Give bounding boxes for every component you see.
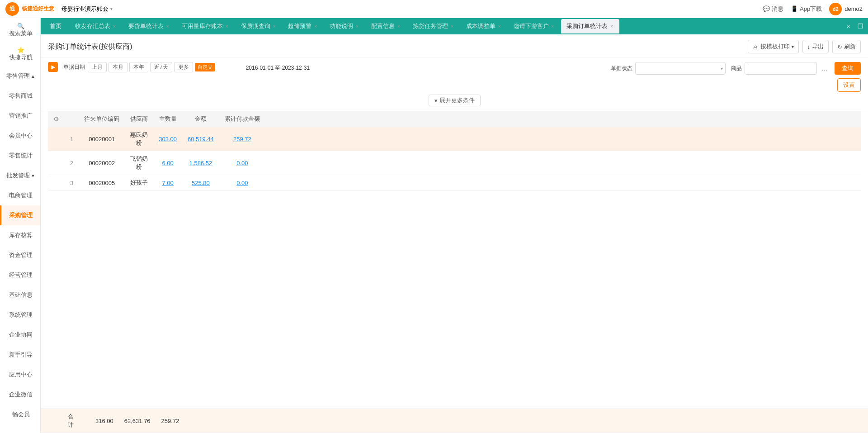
sidebar-item-finance-mgmt[interactable]: 资金管理 [0,245,40,265]
custom-date-badge[interactable]: 自定义 [195,63,215,71]
row-paid-amount[interactable]: 259.72 [219,127,265,151]
table-row[interactable]: 3 00020005 好孩子 7.00 525.80 0.00 [48,175,861,191]
row-paid-amount[interactable]: 0.00 [219,151,265,175]
tab-receive-pay[interactable]: 收发存汇总表 × [70,19,122,33]
expand-toggle-row: ▾ 展开更多条件 [48,95,861,106]
goods-input[interactable] [745,62,817,75]
sidebar-item-ecommerce-mgmt[interactable]: 电商管理 [0,186,40,205]
sidebar-item-new-guide[interactable]: 新手引导 [0,345,40,365]
table-header-row: ⚙ 往来单位编码 供应商 主数量 金额 累计付款金额 [48,111,861,127]
row-amount[interactable]: 525.80 [182,175,219,191]
export-button[interactable]: ↓ 导出 [802,40,829,53]
user-profile[interactable]: d2 demo2 [829,3,863,15]
tab-close-usable-inventory[interactable]: × [225,24,229,29]
row-paid-amount[interactable]: 0.00 [219,175,265,191]
goods-filter: 商品 ... [731,62,829,75]
table-row[interactable]: 2 00020002 飞鹤奶粉 6.00 1,586.52 0.00 [48,151,861,175]
logo-icon: 通 [5,2,19,16]
sidebar-item-member[interactable]: 畅会员 [0,404,40,424]
sidebar-item-retail-stats[interactable]: 零售统计 [0,146,40,166]
tab-close-purchase-order-stats[interactable]: × [609,24,614,29]
sidebar-item-basic-info[interactable]: 基础信息 [0,285,40,305]
expand-more-button[interactable]: ▾ 展开更多条件 [429,95,481,106]
tab-home[interactable]: 首页 [42,19,69,33]
tab-close-cost-adjust[interactable]: × [497,24,502,29]
row-main-qty[interactable]: 6.00 [153,151,182,175]
refresh-button[interactable]: ↻ 刷新 [832,40,861,53]
setting-button[interactable]: 设置 [837,78,861,92]
row-supplier-code: 00020002 [79,151,125,175]
app-download-button[interactable]: 📱 App下载 [791,5,822,13]
row-amount[interactable]: 60,519.44 [182,127,219,151]
filter-area: ▶ 单据日期 上月 本月 本年 近7天 更多 自定义 [41,57,868,111]
tab-close-invite-downstream[interactable]: × [551,24,555,29]
breadcrumb-arrow-icon: ▾ [110,6,113,11]
tab-cost-adjust[interactable]: 成本调整单 × [461,19,507,33]
query-button[interactable]: 查询 [835,62,861,75]
tab-warranty-query[interactable]: 保质期查询 × [236,19,282,33]
tab-invite-downstream[interactable]: 邀请下游客户 × [508,19,561,33]
col-row-num [65,111,79,127]
status-select[interactable] [635,62,726,75]
tab-pick-task[interactable]: 拣货任务管理 × [407,19,460,33]
search-icon: 🔍 [17,23,24,29]
tab-goods-stats[interactable]: 要货单统计表 × [123,19,175,33]
tab-close-config-info[interactable]: × [396,24,401,29]
date-buttons: 上月 本月 本年 近7天 更多 自定义 [88,62,215,72]
sidebar-item-operations-mgmt[interactable]: 经营管理 [0,265,40,285]
tab-window-controls: × ❐ [844,21,866,32]
sidebar-item-enterprise-wechat[interactable]: 企业微信 [0,385,40,404]
row-supplier-name: 惠氏奶粉 [125,127,153,151]
sidebar-item-inventory-audit[interactable]: 库存核算 [0,225,40,245]
page-header: 采购订单统计表(按供应商) 🖨 按模板打印 ▾ ↓ 导出 ↻ 刷新 [41,34,868,57]
tab-overstock-warning[interactable]: 超储预警 × [283,19,323,33]
sidebar-item-system-mgmt[interactable]: 系统管理 [0,305,40,325]
date-btn-more[interactable]: 更多 [174,62,193,72]
breadcrumb[interactable]: 母婴行业演示账套 ▾ [61,5,113,13]
sidebar-item-purchase-mgmt[interactable]: 采购管理 [0,205,40,225]
date-btn-last-month[interactable]: 上月 [88,62,107,72]
col-extra [265,111,861,127]
tab-close-function-desc[interactable]: × [355,24,359,29]
row-amount[interactable]: 1,586.52 [182,151,219,175]
goods-more-button[interactable]: ... [820,64,829,72]
date-btn-7days[interactable]: 近7天 [150,62,172,72]
sidebar-item-enterprise-collab[interactable]: 企业协同 [0,325,40,345]
date-btn-this-month[interactable]: 本月 [108,62,127,72]
filter-collapse-button[interactable]: ▶ [48,62,58,72]
sidebar-item-member-center[interactable]: 会员中心 [0,126,40,146]
topbar: 通 畅捷通好生意 母婴行业演示账套 ▾ 💬 消息 📱 App下载 d2 demo… [0,0,868,18]
date-label: 单据日期 [63,63,85,71]
table-row[interactable]: 1 00020001 惠氏奶粉 303.00 60,519.44 259.72 [48,127,861,151]
row-main-qty[interactable]: 7.00 [153,175,182,191]
row-main-qty[interactable]: 303.00 [153,127,182,151]
sidebar-search[interactable]: 🔍 搜索菜单 [0,18,40,42]
avatar: d2 [829,3,842,15]
date-btn-this-year[interactable]: 本年 [129,62,148,72]
message-button[interactable]: 💬 消息 [763,5,783,13]
gear-icon[interactable]: ⚙ [53,115,59,123]
tab-close-warranty-query[interactable]: × [272,24,277,29]
tab-close-pick-task[interactable]: × [450,24,454,29]
tab-close-receive-pay[interactable]: × [112,24,117,29]
sidebar-item-app-center[interactable]: 应用中心 [0,365,40,385]
tab-close-goods-stats[interactable]: × [165,24,170,29]
sidebar-item-marketing[interactable]: 营销推广 [0,106,40,126]
user-name: demo2 [844,5,863,12]
chevron-down-icon2: ▼ [31,173,35,178]
sidebar-shortcut[interactable]: ⭐ 快捷导航 [0,42,40,66]
tab-usable-inventory[interactable]: 可用量库存账本 × [176,19,235,33]
sidebar-item-retail-management[interactable]: 零售管理 ▲ [0,66,40,86]
tab-config-info[interactable]: 配置信息 × [366,19,406,33]
tab-close-overstock-warning[interactable]: × [313,24,318,29]
tab-function-desc[interactable]: 功能说明 × [324,19,365,33]
sidebar-item-retail-shop[interactable]: 零售商城 [0,86,40,106]
tab-purchase-order-stats[interactable]: 采购订单统计表 × [561,19,619,33]
date-filter: 单据日期 上月 本月 本年 近7天 更多 自定义 [63,62,215,72]
tab-close-window-button[interactable]: × [844,21,853,32]
sidebar-item-wholesale-mgmt[interactable]: 批发管理 ▼ [0,166,40,186]
sidebar: 🔍 搜索菜单 ⭐ 快捷导航 零售管理 ▲ 零售商城 营销推广 会员中心 零售统计… [0,18,41,433]
template-print-button[interactable]: 🖨 按模板打印 ▾ [748,40,799,53]
tab-restore-window-button[interactable]: ❐ [855,21,866,32]
breadcrumb-text: 母婴行业演示账套 [61,5,108,13]
